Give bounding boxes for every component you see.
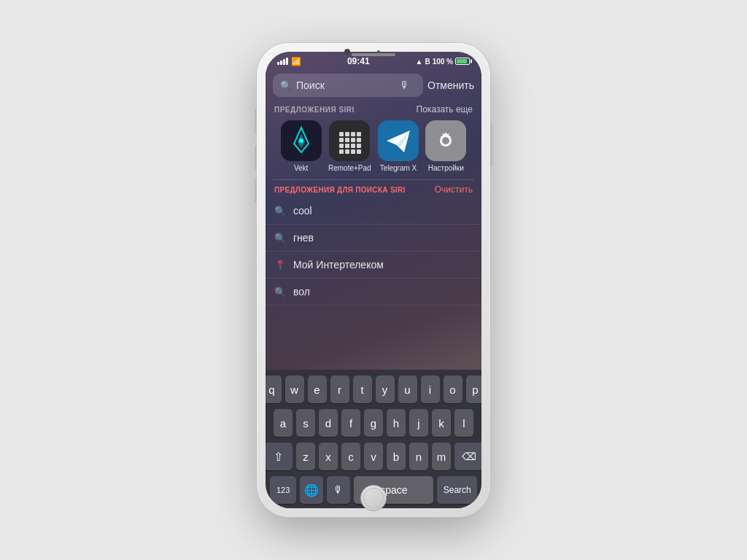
front-camera [344, 49, 350, 55]
key-i[interactable]: i [421, 376, 440, 403]
search-mic-icon[interactable]: 🎙 [400, 79, 410, 91]
key-l[interactable]: l [454, 409, 473, 437]
signal-bar-3 [283, 59, 285, 65]
svg-rect-18 [345, 149, 349, 154]
siri-suggestions-title: ПРЕДЛОЖЕНИЯ SIRI [274, 106, 355, 114]
keyboard-row-1: q w e r t y u i o p [268, 376, 479, 403]
key-d[interactable]: d [319, 409, 338, 437]
key-m[interactable]: m [432, 443, 451, 470]
svg-rect-7 [351, 132, 355, 136]
key-o[interactable]: o [444, 376, 462, 403]
mic-icon: 🎙 [333, 484, 344, 496]
suggestion-search-icon-0: 🔍 [274, 206, 286, 217]
app-icon-remote [329, 120, 370, 161]
suggestion-search-icon-3: 🔍 [274, 287, 286, 298]
screen-content: 📶 09:41 ▲ B 100 % 🔍 Поиск 🎙 [266, 52, 481, 508]
suggestion-search-icon-1: 🔍 [274, 233, 286, 244]
key-p[interactable]: p [466, 376, 482, 403]
key-x[interactable]: x [319, 443, 338, 470]
shift-icon: ⇧ [274, 450, 283, 464]
signal-bar-4 [286, 58, 288, 65]
key-h[interactable]: h [387, 409, 406, 437]
key-r[interactable]: r [330, 376, 349, 403]
key-b[interactable]: b [387, 443, 406, 470]
suggestion-item-1[interactable]: 🔍 гнев [266, 225, 481, 252]
bluetooth-icon: B [425, 58, 430, 66]
svg-rect-6 [345, 132, 349, 136]
battery-icon [455, 58, 470, 65]
key-delete[interactable]: ⌫ [454, 443, 481, 470]
app-item-telegram[interactable]: Telegram X [378, 120, 419, 172]
location-icon: ▲ [415, 58, 422, 66]
key-g[interactable]: g [364, 409, 383, 437]
search-placeholder: Поиск [296, 79, 395, 91]
search-bar[interactable]: 🔍 Поиск 🎙 [273, 74, 423, 97]
signal-bar-1 [277, 62, 279, 65]
suggestion-text-0: cool [293, 205, 312, 217]
suggestion-location-icon-2: 📍 [274, 260, 286, 271]
key-f[interactable]: f [341, 409, 360, 437]
svg-rect-14 [345, 144, 349, 148]
suggestion-item-3[interactable]: 🔍 вол [266, 279, 481, 306]
keyboard-row-3: ⇧ z x c v b n m ⌫ [268, 443, 479, 470]
siri-suggestions-header: ПРЕДЛОЖЕНИЯ SIRI Показать еще [266, 100, 481, 117]
key-mic[interactable]: 🎙 [327, 476, 350, 504]
key-n[interactable]: n [409, 443, 428, 470]
svg-point-25 [442, 137, 449, 144]
suggestion-item-0[interactable]: 🔍 cool [266, 198, 481, 225]
app-label-settings: Настройки [428, 164, 464, 172]
search-suggestions-title: ПРЕДЛОЖЕНИЯ ДЛЯ ПОИСКА SIRI [274, 186, 406, 194]
svg-rect-19 [351, 149, 355, 154]
status-right: ▲ B 100 % [415, 58, 470, 66]
svg-rect-12 [357, 138, 361, 142]
suggestion-text-1: гнев [293, 232, 314, 244]
delete-icon: ⌫ [462, 451, 476, 462]
key-k[interactable]: k [432, 409, 451, 437]
home-button[interactable] [360, 485, 387, 511]
clear-button[interactable]: Очистить [435, 184, 473, 195]
key-shift[interactable]: ⇧ [266, 443, 293, 470]
key-t[interactable]: t [353, 376, 372, 403]
svg-rect-17 [339, 149, 344, 154]
app-icon-vekt [281, 120, 322, 161]
app-icon-telegram [378, 120, 419, 161]
app-label-remote: Remote+Pad [328, 164, 371, 172]
keyboard-row-2: a s d f g h j k l [268, 409, 479, 437]
svg-rect-11 [351, 138, 355, 142]
phone-screen: 📶 09:41 ▲ B 100 % 🔍 Поиск 🎙 [266, 52, 481, 508]
svg-rect-20 [357, 149, 361, 154]
speaker-notch [352, 53, 395, 56]
key-search[interactable]: Search [437, 476, 477, 504]
siri-show-more-button[interactable]: Показать еще [417, 104, 473, 114]
telegram-svg [378, 120, 419, 161]
key-v[interactable]: v [364, 443, 383, 470]
svg-rect-8 [357, 132, 361, 136]
signal-bar-2 [280, 61, 282, 65]
key-a[interactable]: a [274, 409, 293, 437]
key-e[interactable]: e [308, 376, 327, 403]
app-item-remote[interactable]: Remote+Pad [328, 120, 371, 172]
svg-rect-9 [339, 138, 344, 142]
key-y[interactable]: y [376, 376, 395, 403]
status-left: 📶 [277, 57, 301, 66]
app-item-vekt[interactable]: Vekt [281, 120, 322, 172]
key-j[interactable]: j [409, 409, 428, 437]
key-numbers[interactable]: 123 [270, 476, 296, 504]
key-z[interactable]: z [296, 443, 315, 470]
cancel-button[interactable]: Отменить [427, 79, 474, 91]
key-q[interactable]: q [266, 376, 282, 403]
suggestion-text-2: Мой Интертелеком [293, 259, 384, 271]
key-c[interactable]: c [341, 443, 360, 470]
app-label-vekt: Vekt [294, 164, 308, 172]
home-button-inner [363, 488, 384, 508]
search-icon: 🔍 [280, 80, 292, 91]
wifi-icon: 📶 [291, 57, 301, 66]
key-u[interactable]: u [398, 376, 417, 403]
phone-frame: 📶 09:41 ▲ B 100 % 🔍 Поиск 🎙 [257, 43, 490, 517]
app-item-settings[interactable]: Настройки [425, 120, 466, 172]
key-s[interactable]: s [296, 409, 315, 437]
suggestion-item-2[interactable]: 📍 Мой Интертелеком [266, 252, 481, 279]
status-time: 09:41 [347, 56, 370, 66]
key-globe[interactable]: 🌐 [300, 476, 323, 504]
key-w[interactable]: w [285, 376, 304, 403]
